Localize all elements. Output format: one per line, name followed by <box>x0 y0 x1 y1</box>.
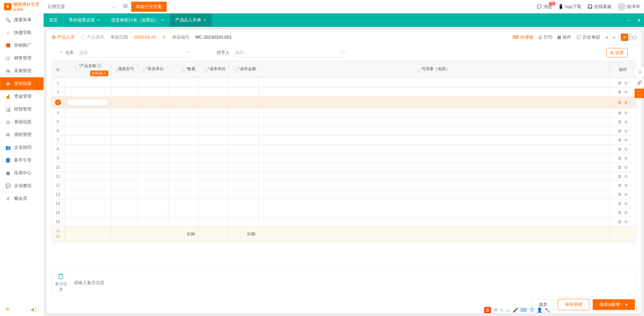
gear-icon[interactable] <box>120 4 131 9</box>
sidebar-item-gift[interactable]: 🎁营销推广 <box>0 39 44 52</box>
view-card-button[interactable]: ▢▢ <box>629 34 636 41</box>
sidebar-item-vip[interactable]: V畅会员 <box>0 192 44 205</box>
ime-toolbar[interactable]: S 中 •، ☺ 🎤 ⌨ 👕 👤 🔧 <box>484 307 550 313</box>
cta-button[interactable]: 体验行业方案 <box>131 2 167 12</box>
warehouse-select[interactable]: 选择... ⋯ <box>79 48 190 57</box>
nav-next-button[interactable]: ▶ <box>613 35 616 40</box>
tab[interactable]: 进货单统计表（按商品）✕ <box>106 13 170 27</box>
date-value[interactable]: 2023-03-20 <box>134 35 156 40</box>
cell[interactable] <box>64 181 111 190</box>
sidebar-item-gear[interactable]: ⚙系统管理 <box>0 128 44 141</box>
delete-row-icon[interactable]: 🗑 <box>618 110 622 115</box>
online-service-button[interactable]: 🎧 在线客服 <box>587 4 611 10</box>
cell[interactable] <box>64 136 111 145</box>
sidebar-item-team[interactable]: 👥企业协同 <box>0 141 44 154</box>
tab-menu-icon[interactable]: ▾ <box>634 13 644 27</box>
history-button[interactable]: 🕘历史单据 <box>576 34 600 40</box>
delete-row-icon[interactable]: 🗑 <box>618 201 622 206</box>
radio-product-out[interactable]: 产品退库 <box>81 34 104 40</box>
delete-row-icon[interactable]: 🗑 <box>618 90 622 94</box>
col-spec[interactable]: ▲▼规格型号 <box>111 61 138 79</box>
sidebar-item-wallet[interactable]: 💰资金管理 <box>0 90 44 103</box>
settings-icon[interactable]: ⚙ <box>5 307 9 313</box>
copy-row-icon[interactable]: ⧉ <box>625 110 628 115</box>
table-row[interactable]: +🗑⧉ <box>52 97 636 108</box>
cell[interactable] <box>64 217 111 226</box>
cell[interactable] <box>64 127 111 136</box>
sidebar-item-search[interactable]: 🔍搜索菜单 <box>0 13 44 26</box>
table-row[interactable]: 16🗑⧉ <box>52 217 636 226</box>
copy-row-icon[interactable]: ⧉ <box>625 156 628 161</box>
collapse-icon[interactable]: ◀｜ <box>31 307 38 313</box>
close-icon[interactable]: ✕ <box>97 18 100 22</box>
cell[interactable] <box>64 199 111 208</box>
tab-minimize-icon[interactable]: — <box>624 13 634 27</box>
table-row[interactable]: 9🗑⧉ <box>52 154 636 163</box>
scan-input-button[interactable]: 扫码录入 <box>90 71 108 76</box>
category-select[interactable]: 日用百货 ⌄ <box>44 4 120 10</box>
tab[interactable]: 产成品入库单✕ <box>170 13 212 27</box>
sidebar-item-info[interactable]: 🗂基础信息 <box>0 116 44 128</box>
sidebar-item-guide[interactable]: 📘新手引导 <box>0 154 44 167</box>
copy-row-icon[interactable]: ⧉ <box>625 192 628 197</box>
sidebar-item-apps[interactable]: ▦应用中心 <box>0 167 44 179</box>
copy-row-icon[interactable]: ⧉ <box>625 100 628 105</box>
cell[interactable] <box>64 79 111 88</box>
float-expand-icon[interactable]: ⛶ <box>635 89 644 98</box>
table-row[interactable]: 7🗑⧉ <box>52 136 636 145</box>
cell[interactable] <box>64 208 111 217</box>
table-row[interactable]: 5🗑⧉ <box>52 118 636 127</box>
view-list-button[interactable]: ≡ <box>621 34 628 41</box>
delete-row-icon[interactable]: 🗑 <box>618 210 622 215</box>
table-row[interactable]: 6🗑⧉ <box>52 127 636 136</box>
table-row[interactable]: 4🗑⧉ <box>52 108 636 118</box>
print-button[interactable]: 🖨打印 <box>538 34 552 40</box>
cell[interactable] <box>64 88 111 97</box>
tab[interactable]: 售价提取设置✕ <box>63 13 106 27</box>
cell[interactable] <box>64 190 111 199</box>
col-unit[interactable]: ▲▼*库存单位 <box>138 61 168 79</box>
table-row[interactable]: 12🗑⧉ <box>52 181 636 190</box>
delete-row-icon[interactable]: 🗑 <box>618 81 622 85</box>
copy-row-icon[interactable]: ⧉ <box>625 90 628 94</box>
handler-select[interactable]: 选择... ⋯ <box>235 48 346 57</box>
copy-row-icon[interactable]: ⧉ <box>625 201 628 206</box>
cell[interactable] <box>64 154 111 163</box>
tab[interactable]: 首页 <box>44 13 63 27</box>
product-name-input[interactable] <box>67 99 108 106</box>
remark-input[interactable] <box>70 269 636 296</box>
table-row[interactable]: 2🗑⧉ <box>52 88 636 97</box>
copy-row-icon[interactable]: ⧉ <box>625 165 628 170</box>
user-menu[interactable]: 徐泽华 <box>618 3 640 11</box>
delete-row-icon[interactable]: 🗑 <box>618 192 622 197</box>
copy-row-icon[interactable]: ⧉ <box>625 210 628 215</box>
copy-row-icon[interactable]: ⧉ <box>625 81 628 85</box>
cell[interactable] <box>64 108 111 118</box>
table-row[interactable]: 13🗑⧉ <box>52 190 636 199</box>
float-link-icon[interactable]: 🔗 <box>635 78 644 87</box>
close-icon[interactable]: ✕ <box>161 18 164 22</box>
close-icon[interactable]: ✕ <box>203 18 206 22</box>
col-avail[interactable]: ▲▼可用量（包装） <box>259 61 609 79</box>
messages-button[interactable]: 💬 消息 70 <box>537 4 552 10</box>
delete-row-icon[interactable]: 🗑 <box>618 129 622 133</box>
copy-row-icon[interactable]: ⧉ <box>625 183 628 188</box>
float-feedback-icon[interactable]: 🗨 <box>635 67 644 77</box>
copy-row-icon[interactable]: ⧉ <box>625 138 628 142</box>
sidebar-item-wechat[interactable]: 💬企业微信 <box>0 179 44 192</box>
col-qty[interactable]: ▲▼*数量 <box>168 61 199 79</box>
cell[interactable] <box>64 118 111 127</box>
operate-button[interactable]: ▦操作 <box>557 34 571 40</box>
hotkey-button[interactable]: ⌨快捷键 <box>513 34 533 40</box>
delete-row-icon[interactable]: 🗑 <box>618 183 622 188</box>
table-row[interactable]: 15🗑⧉ <box>52 208 636 217</box>
col-name[interactable]: ▲▼ *产品名称 ⓘ 扫码录入 <box>64 61 111 79</box>
cell[interactable] <box>64 172 111 181</box>
col-amount[interactable]: ▲▼*成本金额 <box>229 61 259 79</box>
table-row[interactable]: 1🗑⧉ <box>52 79 636 88</box>
table-row[interactable]: 11🗑⧉ <box>52 172 636 181</box>
delete-row-icon[interactable]: 🗑 <box>618 156 622 161</box>
radio-product-in[interactable]: 产品入库 <box>51 34 75 40</box>
table-row[interactable]: 8🗑⧉ <box>52 145 636 154</box>
cell[interactable] <box>64 163 111 172</box>
